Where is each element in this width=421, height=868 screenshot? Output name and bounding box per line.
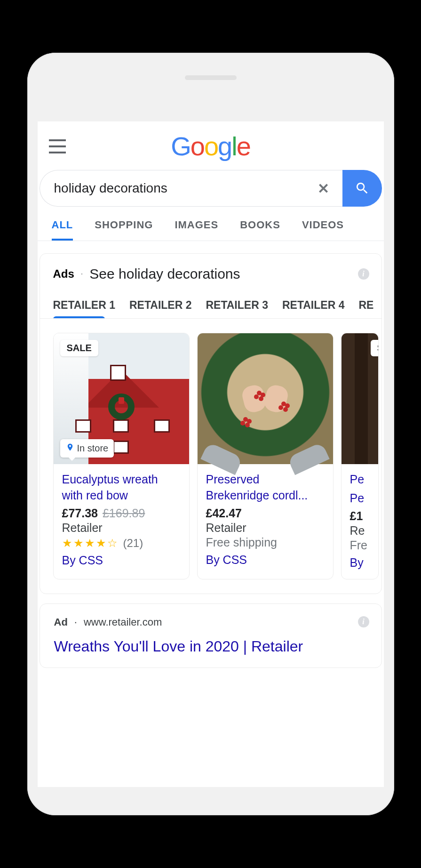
stars-icon: ★★★★☆ bbox=[62, 537, 119, 550]
ads-label: Ads bbox=[53, 267, 74, 281]
logo-letter: G bbox=[171, 131, 191, 161]
product-card[interactable]: SA Pe Pe £1 Re Fre By bbox=[341, 333, 379, 579]
nav-tabs: ALL SHOPPING IMAGES BOOKS VIDEOS bbox=[38, 207, 384, 241]
product-price: £77.38£169.89 bbox=[62, 506, 181, 520]
phone-speaker bbox=[185, 75, 237, 80]
retailer-tab[interactable]: RE bbox=[358, 299, 373, 312]
text-ad-title[interactable]: Wreaths You'll Love in 2020 | Retailer bbox=[54, 638, 367, 655]
product-css-link[interactable]: By CSS bbox=[62, 554, 181, 567]
retailer-tab-indicator bbox=[53, 316, 105, 319]
product-card[interactable]: SALE In store Eucalyptus wreath with red… bbox=[53, 333, 190, 579]
in-store-label: In store bbox=[77, 443, 109, 454]
product-css-link[interactable]: By bbox=[350, 556, 370, 570]
tab-books[interactable]: BOOKS bbox=[240, 219, 280, 241]
pin-icon bbox=[66, 442, 74, 455]
product-shipping: Free shipping bbox=[206, 536, 325, 549]
product-price: £42.47 bbox=[206, 506, 325, 520]
search-input-pill[interactable]: ✕ bbox=[40, 170, 342, 207]
logo-letter: o bbox=[191, 131, 204, 161]
ad-url: www.retailer.com bbox=[84, 616, 162, 628]
product-title[interactable]: Pe bbox=[350, 472, 370, 488]
sale-badge: SALE bbox=[60, 340, 98, 356]
separator: · bbox=[81, 270, 83, 278]
searchbar: ✕ bbox=[40, 170, 382, 207]
product-info: Preserved Brekenridge cordl... £42.47 Re… bbox=[198, 464, 333, 576]
ad-label: Ad bbox=[54, 616, 68, 628]
logo-letter: o bbox=[204, 131, 218, 161]
logo-letter: e bbox=[237, 131, 250, 161]
info-icon[interactable]: i bbox=[358, 616, 369, 627]
search-button[interactable] bbox=[342, 170, 382, 207]
in-store-badge: In store bbox=[60, 439, 114, 458]
rating-count: (21) bbox=[123, 537, 143, 550]
retailer-tab[interactable]: RETAILER 4 bbox=[282, 299, 344, 312]
separator: · bbox=[74, 616, 77, 628]
product-card[interactable]: Preserved Brekenridge cordl... £42.47 Re… bbox=[197, 333, 334, 579]
tab-all[interactable]: ALL bbox=[52, 219, 73, 241]
tab-videos[interactable]: VIDEOS bbox=[302, 219, 344, 241]
search-icon bbox=[355, 181, 370, 196]
screen: Google ✕ ALL SHOPPING IMAGES BOOKS VIDEO… bbox=[38, 121, 384, 787]
retailer-tabs: RETAILER 1 RETAILER 2 RETAILER 3 RETAILE… bbox=[40, 288, 381, 319]
product-rating: ★★★★☆ (21) bbox=[62, 537, 181, 550]
text-ad-meta: Ad · www.retailer.com bbox=[54, 616, 367, 628]
menu-icon[interactable] bbox=[49, 139, 66, 153]
tab-shopping[interactable]: SHOPPING bbox=[95, 219, 153, 241]
search-input[interactable] bbox=[54, 181, 313, 196]
tab-images[interactable]: IMAGES bbox=[175, 219, 218, 241]
logo-letter: l bbox=[231, 131, 236, 161]
product-image bbox=[198, 333, 333, 464]
info-icon[interactable]: i bbox=[358, 268, 369, 280]
product-image: SA bbox=[342, 333, 378, 464]
google-logo[interactable]: Google bbox=[66, 131, 356, 161]
ads-header: Ads · See holiday decorations i bbox=[40, 266, 381, 288]
retailer-tab[interactable]: RETAILER 1 bbox=[53, 299, 115, 312]
shopping-ads-card: Ads · See holiday decorations i RETAILER… bbox=[40, 253, 382, 594]
product-css-link[interactable]: By CSS bbox=[206, 553, 325, 567]
product-title[interactable]: Preserved Brekenridge cordl... bbox=[206, 472, 325, 504]
phone-frame: Google ✕ ALL SHOPPING IMAGES BOOKS VIDEO… bbox=[27, 53, 394, 815]
text-ad-card: Ad · www.retailer.com i Wreaths You'll L… bbox=[40, 603, 382, 668]
product-image: SALE In store bbox=[54, 333, 189, 464]
retailer-tab[interactable]: RETAILER 2 bbox=[129, 299, 191, 312]
product-info: Pe Pe £1 Re Fre By bbox=[342, 464, 378, 579]
ads-headline: See holiday decorations bbox=[89, 266, 240, 282]
product-info: Eucalyptus wreath with red bow £77.38£16… bbox=[54, 464, 189, 577]
clear-icon[interactable]: ✕ bbox=[313, 180, 334, 197]
product-title[interactable]: Eucalyptus wreath with red bow bbox=[62, 472, 181, 504]
product-retailer: Retailer bbox=[206, 521, 325, 535]
searchbar-container: ✕ bbox=[38, 167, 384, 207]
product-price: £1 bbox=[350, 509, 370, 523]
product-retailer: Re bbox=[350, 524, 370, 538]
sale-badge: SA bbox=[371, 340, 379, 356]
product-shipping: Fre bbox=[350, 538, 370, 552]
product-carousel[interactable]: SALE In store Eucalyptus wreath with red… bbox=[40, 319, 381, 594]
logo-letter: g bbox=[218, 131, 231, 161]
header: Google bbox=[38, 121, 384, 167]
product-retailer: Retailer bbox=[62, 521, 181, 535]
retailer-tab[interactable]: RETAILER 3 bbox=[206, 299, 268, 312]
product-title[interactable]: Pe bbox=[350, 490, 370, 506]
